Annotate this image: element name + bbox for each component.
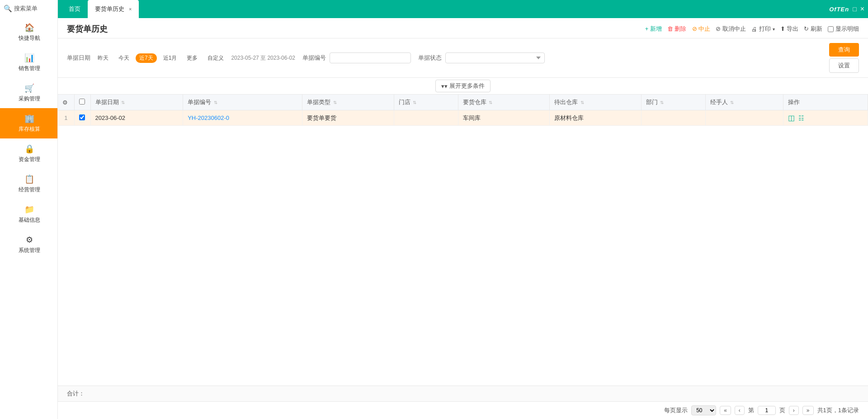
tab-home-label: 首页 [69, 5, 80, 13]
col-settings[interactable]: ⚙ [58, 95, 74, 110]
export-button[interactable]: ⬆ 导出 [780, 25, 799, 33]
sidebar-item-label: 快捷导航 [19, 34, 40, 42]
date-filter-options: 昨天 今天 近7天 近1月 更多 自定义 [94, 53, 227, 63]
sidebar-item-label: 经营管理 [19, 186, 40, 194]
expand-row: ▾▾ 展开更多条件 [58, 78, 868, 95]
cancel-stop-button[interactable]: ⊘ 取消中止 [716, 25, 746, 33]
main-table: ⚙ 单据日期 ⇅ 单据编号 ⇅ [58, 95, 868, 126]
row-doc-no[interactable]: YH-20230602-0 [183, 110, 302, 126]
stop-button[interactable]: ⊘ 中止 [692, 25, 711, 33]
system-icon: ⚙ [26, 235, 33, 245]
sidebar-item-operations[interactable]: 📋 经营管理 [0, 169, 57, 199]
docno-filter-input[interactable] [330, 52, 411, 63]
basic-info-icon: 📁 [24, 205, 34, 214]
sort-icon-reqwh: ⇅ [489, 100, 492, 105]
date-filter-group: 单据日期 昨天 今天 近7天 近1月 更多 自定义 2023-05-27 至 2… [67, 53, 295, 63]
select-all-checkbox[interactable] [79, 99, 85, 105]
row-req-warehouse: 车间库 [458, 110, 550, 126]
print-label: 打印 [759, 25, 771, 33]
total-info: 共1页，1条记录 [817, 406, 859, 414]
sales-icon: 📊 [24, 53, 34, 63]
sidebar-item-sales[interactable]: 📊 销售管理 [0, 48, 57, 78]
print-dropdown-icon[interactable]: ▾ [773, 27, 775, 32]
row-checkbox-cell [74, 110, 90, 126]
per-page-label: 每页显示 [664, 406, 688, 414]
col-req-warehouse[interactable]: 要货仓库 ⇅ [458, 95, 550, 110]
sidebar-item-system[interactable]: ⚙ 系统管理 [0, 229, 57, 260]
row-edit-icon[interactable]: ◫ [788, 114, 795, 122]
sort-icon-store: ⇅ [413, 100, 416, 105]
sidebar-item-label: 基础信息 [19, 216, 40, 224]
delete-button[interactable]: 🗑 删除 [667, 25, 687, 33]
date-btn-7days[interactable]: 近7天 [136, 53, 157, 63]
sort-icon-handler: ⇅ [730, 100, 734, 105]
col-actions: 操作 [783, 95, 868, 110]
date-btn-today[interactable]: 今天 [115, 53, 133, 63]
maximize-icon[interactable]: □ [853, 5, 856, 13]
operations-icon: 📋 [24, 174, 34, 184]
table-header-row: ⚙ 单据日期 ⇅ 单据编号 ⇅ [58, 95, 868, 110]
date-btn-yesterday[interactable]: 昨天 [94, 53, 112, 63]
show-detail-input[interactable] [828, 26, 834, 32]
sidebar-item-inventory[interactable]: 🏢 库存核算 [0, 108, 57, 138]
sort-icon-pendingwh: ⇅ [580, 100, 584, 105]
brand-label: OfTEn [829, 6, 849, 13]
date-btn-1month[interactable]: 近1月 [160, 53, 181, 63]
tab-active[interactable]: 要货单历史 × [88, 0, 139, 18]
sidebar-item-finance[interactable]: 🔒 资金管理 [0, 138, 57, 169]
sort-icon-docno: ⇅ [214, 100, 217, 105]
next-page-button[interactable]: › [789, 406, 799, 415]
print-button[interactable]: 🖨 打印 ▾ [751, 25, 775, 33]
page-number-input[interactable] [758, 406, 776, 415]
settings-gear-icon[interactable]: ⚙ [62, 99, 68, 106]
sidebar-search[interactable]: 🔍 搜索菜单 [0, 0, 57, 17]
main-area: 首页 要货单历史 × OfTEn □ × 要货单历史 + 新增 🗑 删除 ⊘ 中… [58, 0, 868, 419]
col-handler-label: 经手人 [710, 99, 728, 105]
add-button[interactable]: + 新增 [645, 25, 662, 33]
prev-page-button[interactable]: ‹ [735, 406, 745, 415]
sidebar-item-quick-nav[interactable]: 🏠 快捷导航 [0, 17, 57, 48]
row-doc-type: 要货单要货 [302, 110, 394, 126]
tab-close-icon[interactable]: × [129, 6, 132, 12]
col-pending-warehouse[interactable]: 待出仓库 ⇅ [550, 95, 642, 110]
status-filter-group: 单据状态 [418, 52, 545, 63]
sort-icon-date: ⇅ [121, 100, 125, 105]
first-page-button[interactable]: « [720, 406, 731, 415]
setting-button[interactable]: 设置 [829, 58, 859, 73]
col-department[interactable]: 部门 ⇅ [641, 95, 705, 110]
table-wrap: ⚙ 单据日期 ⇅ 单据编号 ⇅ [58, 95, 868, 386]
col-store-label: 门店 [399, 99, 410, 105]
finance-icon: 🔒 [24, 144, 34, 154]
expand-conditions-button[interactable]: ▾▾ 展开更多条件 [435, 80, 491, 92]
col-handler[interactable]: 经手人 ⇅ [705, 95, 783, 110]
table-body: 1 2023-06-02 YH-20230602-0 要货单要货 车间库 原材料… [58, 110, 868, 126]
status-filter-select[interactable] [445, 52, 545, 63]
date-btn-custom[interactable]: 自定义 [204, 53, 227, 63]
date-btn-more[interactable]: 更多 [183, 53, 201, 63]
sidebar-item-basic-info[interactable]: 📁 基础信息 [0, 199, 57, 229]
close-icon[interactable]: × [860, 5, 864, 13]
col-department-label: 部门 [646, 99, 658, 105]
filter-bar: 单据日期 昨天 今天 近7天 近1月 更多 自定义 2023-05-27 至 2… [58, 38, 868, 78]
toolbar: + 新增 🗑 删除 ⊘ 中止 ⊘ 取消中止 🖨 打印 ▾ ⬆ 导出 ↻ 刷新 显… [645, 25, 859, 33]
col-doc-date-label: 单据日期 [95, 99, 119, 105]
expand-label: 展开更多条件 [449, 82, 485, 90]
refresh-button[interactable]: ↻ 刷新 [804, 25, 822, 33]
row-store [394, 110, 458, 126]
show-detail-checkbox[interactable]: 显示明细 [828, 25, 859, 33]
col-doc-no[interactable]: 单据编号 ⇅ [183, 95, 302, 110]
table-row[interactable]: 1 2023-06-02 YH-20230602-0 要货单要货 车间库 原材料… [58, 110, 868, 126]
col-doc-date[interactable]: 单据日期 ⇅ [90, 95, 183, 110]
col-store[interactable]: 门店 ⇅ [394, 95, 458, 110]
last-page-button[interactable]: » [802, 406, 814, 415]
sidebar-item-purchase[interactable]: 🛒 采购管理 [0, 78, 57, 108]
query-button[interactable]: 查询 [829, 43, 859, 57]
sidebar-item-label: 库存核算 [19, 125, 40, 133]
row-checkbox[interactable] [79, 114, 85, 120]
col-doc-type[interactable]: 单据类型 ⇅ [302, 95, 394, 110]
per-page-select[interactable]: 50 100 200 [691, 405, 716, 415]
row-detail-icon[interactable]: ☷ [798, 114, 804, 122]
content-area: 要货单历史 + 新增 🗑 删除 ⊘ 中止 ⊘ 取消中止 🖨 打印 ▾ ⬆ 导出 … [58, 18, 868, 419]
sort-icon-dept: ⇅ [660, 100, 664, 105]
tab-home[interactable]: 首页 [61, 0, 88, 18]
